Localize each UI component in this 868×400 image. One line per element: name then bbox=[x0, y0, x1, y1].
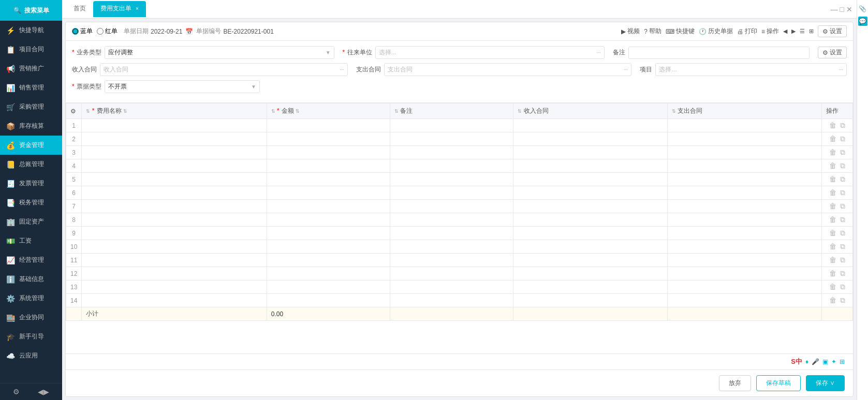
row-10-delete-btn[interactable]: 🗑 bbox=[829, 242, 836, 250]
row-11-expense[interactable] bbox=[668, 254, 822, 267]
view-list-btn[interactable]: ☰ bbox=[800, 28, 805, 35]
window-minimize-icon[interactable]: — bbox=[831, 5, 838, 13]
sidebar-item-enterprise[interactable]: 🏬企业协同 bbox=[0, 308, 62, 327]
calendar-icon[interactable]: 📅 bbox=[185, 28, 193, 35]
row-11-copy-btn[interactable]: ⧉ bbox=[840, 256, 845, 264]
row-14-delete-btn[interactable]: 🗑 bbox=[829, 296, 836, 304]
row-6-amount[interactable] bbox=[267, 186, 390, 200]
row-2-amount[interactable] bbox=[267, 132, 390, 146]
row-10-income[interactable] bbox=[513, 240, 668, 254]
row-2-income[interactable] bbox=[513, 132, 668, 146]
row-4-remark[interactable] bbox=[390, 159, 513, 173]
row-11-delete-btn[interactable]: 🗑 bbox=[829, 256, 836, 264]
row-7-remark[interactable] bbox=[390, 200, 513, 213]
row-5-name[interactable] bbox=[82, 173, 267, 186]
sidebar-item-newbie[interactable]: 🎓新手引导 bbox=[0, 327, 62, 346]
row-4-name[interactable] bbox=[82, 159, 267, 173]
row-2-name[interactable] bbox=[82, 132, 267, 146]
row-5-remark[interactable] bbox=[390, 173, 513, 186]
sidebar-item-marketing[interactable]: 📢营销推广 bbox=[0, 59, 62, 78]
row-2-expense[interactable] bbox=[668, 132, 822, 146]
row-6-income[interactable] bbox=[513, 186, 668, 200]
row-10-amount[interactable] bbox=[267, 240, 390, 254]
income-contract-input[interactable]: 收入合同 ··· bbox=[100, 63, 348, 76]
row-8-income[interactable] bbox=[513, 213, 668, 227]
nav-next-btn[interactable]: ▶ bbox=[791, 28, 796, 35]
tab-home[interactable]: 首页 bbox=[66, 1, 93, 17]
sidebar-item-project-contract[interactable]: 📋项目合同 bbox=[0, 40, 62, 59]
row-3-remark[interactable] bbox=[390, 146, 513, 159]
row-1-copy-btn[interactable]: ⧉ bbox=[840, 121, 845, 129]
sidebar-item-system[interactable]: ⚙️系统管理 bbox=[0, 289, 62, 308]
row-7-copy-btn[interactable]: ⧉ bbox=[840, 202, 845, 210]
form-settings-btn[interactable]: ⚙ 设置 bbox=[818, 47, 847, 58]
tab-expense[interactable]: 费用支出单 × bbox=[93, 1, 146, 17]
row-10-remark[interactable] bbox=[390, 240, 513, 254]
row-13-amount[interactable] bbox=[267, 280, 390, 294]
sidebar-header[interactable]: 🔍 搜索菜单 bbox=[0, 0, 62, 21]
view-grid-btn[interactable]: ⊞ bbox=[809, 28, 814, 35]
expense-contract-input[interactable]: 支出合同 ··· bbox=[384, 63, 632, 76]
blue-bill-radio[interactable]: 蓝单 bbox=[72, 27, 93, 36]
row-3-expense[interactable] bbox=[668, 146, 822, 159]
row-3-copy-btn[interactable]: ⧉ bbox=[840, 148, 845, 156]
sidebar-item-purchase[interactable]: 🛒采购管理 bbox=[0, 97, 62, 116]
row-13-copy-btn[interactable]: ⧉ bbox=[840, 283, 845, 291]
project-input[interactable]: 选择... ··· bbox=[655, 63, 847, 76]
col-name-header[interactable]: ⇅ * 费用名称 ⇅ bbox=[82, 103, 267, 119]
row-6-copy-btn[interactable]: ⧉ bbox=[840, 188, 845, 197]
row-8-copy-btn[interactable]: ⧉ bbox=[840, 215, 845, 224]
row-3-delete-btn[interactable]: 🗑 bbox=[829, 148, 836, 156]
row-5-expense[interactable] bbox=[668, 173, 822, 186]
row-14-name[interactable] bbox=[82, 294, 267, 307]
row-9-copy-btn[interactable]: ⧉ bbox=[840, 229, 845, 237]
row-5-copy-btn[interactable]: ⧉ bbox=[840, 175, 845, 183]
row-10-name[interactable] bbox=[82, 240, 267, 254]
row-7-delete-btn[interactable]: 🗑 bbox=[829, 202, 836, 210]
row-1-amount[interactable] bbox=[267, 119, 390, 132]
bill-number-value[interactable]: BE-20220921-001 bbox=[223, 28, 273, 35]
row-13-income[interactable] bbox=[513, 280, 668, 294]
col-remark-header[interactable]: ⇅ 备注 bbox=[390, 103, 513, 119]
sidebar-item-fixed-assets[interactable]: 🏢固定资产 bbox=[0, 212, 62, 231]
row-1-expense[interactable] bbox=[668, 119, 822, 132]
right-edge-attach-icon[interactable]: 📎 bbox=[858, 4, 867, 13]
row-7-name[interactable] bbox=[82, 200, 267, 213]
row-4-copy-btn[interactable]: ⧉ bbox=[840, 161, 845, 170]
row-1-delete-btn[interactable]: 🗑 bbox=[829, 121, 836, 129]
row-3-amount[interactable] bbox=[267, 146, 390, 159]
video-btn[interactable]: ▶ 视频 bbox=[621, 27, 640, 36]
row-10-copy-btn[interactable]: ⧉ bbox=[840, 242, 845, 250]
window-maximize-icon[interactable]: □ bbox=[840, 5, 844, 13]
row-9-income[interactable] bbox=[513, 227, 668, 240]
row-1-name[interactable] bbox=[82, 119, 267, 132]
sidebar-item-quick-nav[interactable]: ⚡快捷导航 bbox=[0, 21, 62, 40]
row-14-expense[interactable] bbox=[668, 294, 822, 307]
row-13-expense[interactable] bbox=[668, 280, 822, 294]
row-3-income[interactable] bbox=[513, 146, 668, 159]
row-2-remark[interactable] bbox=[390, 132, 513, 146]
row-6-name[interactable] bbox=[82, 186, 267, 200]
row-8-amount[interactable] bbox=[267, 213, 390, 227]
row-2-copy-btn[interactable]: ⧉ bbox=[840, 135, 845, 143]
row-1-income[interactable] bbox=[513, 119, 668, 132]
col-expense-header[interactable]: ⇅ 支出合同 bbox=[668, 103, 822, 119]
sidebar-item-accounting[interactable]: 📒总账管理 bbox=[0, 155, 62, 174]
sidebar-item-inventory[interactable]: 📦库存核算 bbox=[0, 116, 62, 136]
sidebar-item-sales[interactable]: 📊销售管理 bbox=[0, 78, 62, 97]
row-3-name[interactable] bbox=[82, 146, 267, 159]
nav-prev-btn[interactable]: ◀ bbox=[783, 28, 787, 35]
discard-button[interactable]: 放弃 bbox=[719, 375, 751, 391]
row-10-expense[interactable] bbox=[668, 240, 822, 254]
row-7-income[interactable] bbox=[513, 200, 668, 213]
row-11-name[interactable] bbox=[82, 254, 267, 267]
right-edge-chat-icon[interactable]: 💬 bbox=[858, 17, 867, 26]
sidebar-item-payroll[interactable]: 💵工资 bbox=[0, 231, 62, 250]
remark-input[interactable] bbox=[628, 47, 810, 59]
row-13-remark[interactable] bbox=[390, 280, 513, 294]
row-14-income[interactable] bbox=[513, 294, 668, 307]
row-7-amount[interactable] bbox=[267, 200, 390, 213]
row-14-remark[interactable] bbox=[390, 294, 513, 307]
row-4-income[interactable] bbox=[513, 159, 668, 173]
col-income-header[interactable]: ⇅ 收入合同 bbox=[513, 103, 668, 119]
